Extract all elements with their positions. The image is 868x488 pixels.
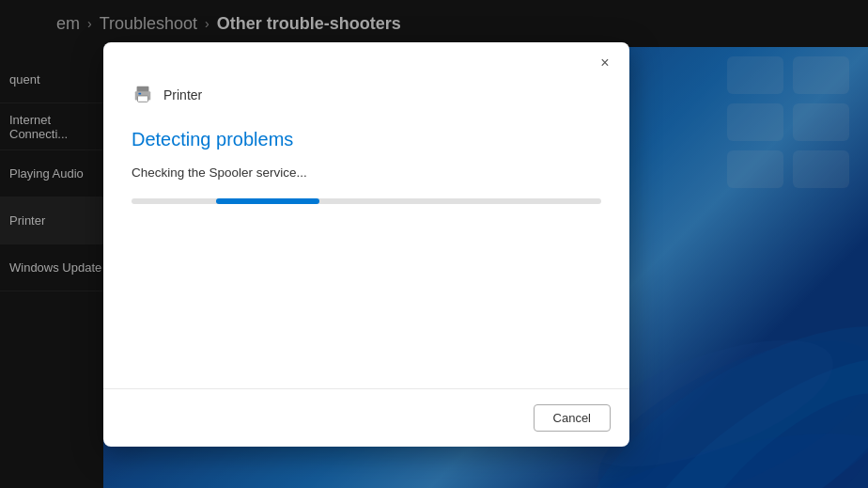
close-button[interactable]: ×: [592, 50, 618, 76]
cancel-button[interactable]: Cancel: [534, 404, 611, 432]
printer-icon: [132, 84, 154, 106]
dialog-icon-label: Printer: [163, 87, 202, 102]
dialog-titlebar: ×: [103, 42, 629, 84]
dialog-header: Printer: [132, 84, 601, 106]
progress-bar: [132, 198, 601, 204]
checking-status-text: Checking the Spooler service...: [132, 165, 601, 180]
dialog-footer: Cancel: [103, 388, 629, 447]
svg-rect-9: [138, 93, 141, 95]
svg-rect-8: [138, 96, 148, 102]
progress-bar-fill: [216, 198, 319, 204]
dialog-content: Printer Detecting problems Checking the …: [103, 84, 629, 388]
detecting-problems-title: Detecting problems: [132, 129, 601, 150]
troubleshooter-dialog: × Printer Detecting problems Checking th…: [103, 42, 629, 447]
